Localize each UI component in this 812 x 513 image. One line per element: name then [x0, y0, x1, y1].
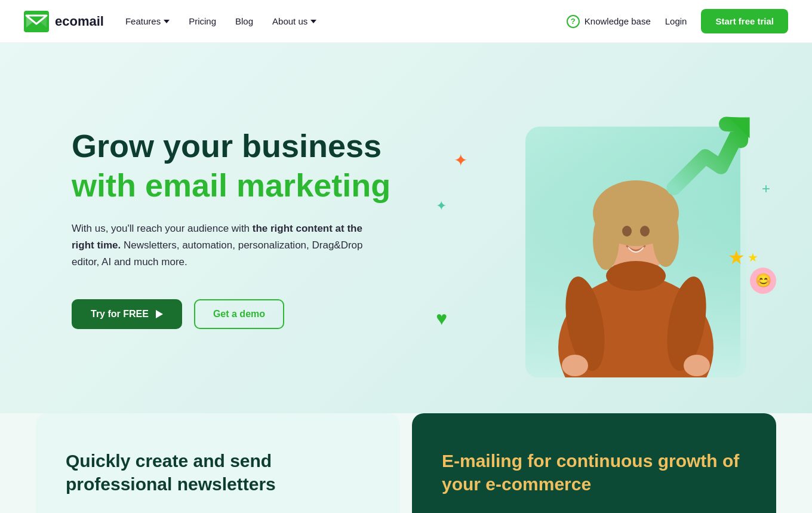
hero-illustration: ✦ ✦ + — [418, 79, 764, 377]
get-demo-button[interactable]: Get a demo — [194, 299, 284, 329]
nav-pricing[interactable]: Pricing — [189, 16, 216, 26]
play-icon — [156, 310, 163, 318]
login-link[interactable]: Login — [665, 16, 687, 26]
knowledge-base-link[interactable]: ? Knowledge base — [567, 15, 651, 28]
plus-deco-icon: + — [762, 180, 770, 197]
ecommerce-card: E-mailing for continuous growth of your … — [412, 413, 776, 513]
yellow-stars-icon: ★ ★ — [728, 246, 758, 269]
svg-point-11 — [640, 226, 650, 236]
hero-content: Grow your business with email marketing … — [72, 127, 418, 329]
smiley-icon: 😊 — [750, 268, 776, 294]
brand-name: ecomail — [55, 14, 104, 29]
hero-buttons: Try for FREE Get a demo — [72, 299, 418, 329]
chevron-down-icon — [310, 20, 316, 23]
hero-section: Grow your business with email marketing … — [0, 43, 812, 413]
orange-star-icon: ✦ — [454, 150, 467, 170]
try-free-button[interactable]: Try for FREE — [72, 299, 182, 329]
start-trial-button[interactable]: Start free trial — [701, 9, 788, 33]
nav-left: ecomail Features Pricing Blog About us — [24, 11, 316, 32]
feature-cards: Quickly create and send professional new… — [0, 413, 812, 513]
hero-title-line1: Grow your business — [72, 127, 418, 164]
logo-link[interactable]: ecomail — [24, 11, 104, 32]
nav-about[interactable]: About us — [272, 16, 316, 26]
nav-features[interactable]: Features — [125, 16, 170, 26]
nav-links: Features Pricing Blog About us — [125, 16, 316, 26]
logo-icon — [24, 11, 49, 32]
navigation: ecomail Features Pricing Blog About us ?… — [0, 0, 812, 43]
nav-right: ? Knowledge base Login Start free trial — [567, 9, 788, 33]
chevron-down-icon — [164, 20, 170, 23]
svg-point-15 — [562, 355, 588, 376]
svg-point-10 — [622, 226, 632, 236]
newsletter-card: Quickly create and send professional new… — [36, 413, 400, 513]
nav-blog[interactable]: Blog — [235, 16, 253, 26]
newsletter-card-title: Quickly create and send professional new… — [66, 449, 370, 496]
ecommerce-card-title: E-mailing for continuous growth of your … — [442, 449, 746, 496]
green-star-icon: ✦ — [436, 198, 447, 214]
growth-arrow-icon — [663, 115, 758, 198]
hero-title-line2: with email marketing — [72, 167, 418, 204]
hero-description: With us, you'll reach your audience with… — [72, 220, 382, 271]
svg-point-8 — [593, 210, 619, 270]
heart-icon: ♥ — [436, 308, 447, 330]
svg-point-12 — [606, 261, 666, 291]
svg-point-16 — [684, 355, 710, 376]
help-icon: ? — [567, 15, 580, 28]
svg-point-9 — [653, 207, 679, 267]
